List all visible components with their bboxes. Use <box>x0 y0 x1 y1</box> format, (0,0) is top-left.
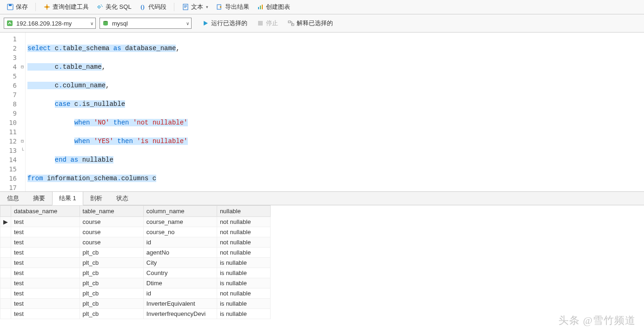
col-column-name[interactable]: column_name <box>143 206 217 217</box>
database-name: mysql <box>112 20 128 27</box>
connection-selector[interactable]: 192.168.209.128-my ∨ <box>4 18 96 29</box>
cell-table-name: course <box>80 217 143 227</box>
explain-button[interactable]: 解释已选择的 <box>285 18 336 28</box>
cell-table-name: plt_cb <box>80 288 143 299</box>
database-selector[interactable]: mysql ∨ <box>100 18 192 29</box>
explain-icon <box>287 20 295 27</box>
table-row[interactable]: testplt_cbagentNonot nullable <box>0 248 271 258</box>
cell-nullable: not nullable <box>217 288 270 299</box>
row-marker-header <box>0 206 11 217</box>
row-marker <box>0 248 11 258</box>
cell-database-name: test <box>11 278 80 288</box>
cell-nullable: not nullable <box>217 248 270 258</box>
row-marker <box>0 258 11 268</box>
col-database-name[interactable]: database_name <box>11 206 80 217</box>
run-icon <box>202 20 209 27</box>
cell-table-name: course <box>80 237 143 248</box>
tab-analyze[interactable]: 剖析 <box>83 191 109 205</box>
cell-nullable: is nullable <box>217 299 270 309</box>
row-marker <box>0 227 11 237</box>
save-label: 保存 <box>16 3 28 11</box>
stop-label: 停止 <box>266 19 278 27</box>
save-button[interactable]: 保存 <box>4 2 31 12</box>
cell-nullable: not nullable <box>217 217 270 227</box>
query-builder-button[interactable]: 查询创建工具 <box>40 2 92 12</box>
dropdown-icon: ▾ <box>206 5 208 9</box>
svg-rect-8 <box>7 20 13 26</box>
svg-rect-10 <box>258 21 263 26</box>
text-button[interactable]: 文本 ▾ <box>179 2 211 12</box>
cell-table-name: plt_cb <box>80 258 143 268</box>
query-builder-label: 查询创建工具 <box>53 3 89 11</box>
tab-status[interactable]: 状态 <box>109 191 135 205</box>
text-label: 文本 <box>191 3 203 11</box>
table-row[interactable]: testplt_cbCityis nullable <box>0 258 271 268</box>
tab-summary[interactable]: 摘要 <box>26 191 52 205</box>
fold-gutter: ⊟ ⊟└ <box>20 33 26 191</box>
row-marker <box>0 268 11 278</box>
tab-result-1[interactable]: 结果 1 <box>52 191 83 205</box>
stop-button[interactable]: 停止 <box>254 18 281 28</box>
cell-database-name: test <box>11 258 80 268</box>
table-row[interactable]: testplt_cbidnot nullable <box>0 288 271 299</box>
sql-code[interactable]: select c.table_schema as database_name, … <box>26 33 644 191</box>
row-marker: ▶ <box>0 217 11 227</box>
export-button[interactable]: 导出结果 <box>213 2 252 12</box>
query-builder-icon <box>43 3 51 11</box>
tab-info[interactable]: 信息 <box>0 191 26 205</box>
cell-database-name: test <box>11 248 80 258</box>
cell-column-name: InverterEquivalent <box>143 299 217 309</box>
row-marker <box>0 299 11 309</box>
svg-rect-7 <box>262 5 263 9</box>
cell-column-name: id <box>143 288 217 299</box>
cell-column-name: InverterfrequencyDevi <box>143 309 217 319</box>
table-row[interactable]: testplt_cbCountryis nullable <box>0 268 271 278</box>
code-snippet-button[interactable]: () 代码段 <box>136 2 169 12</box>
cell-database-name: test <box>11 237 80 248</box>
col-table-name[interactable]: table_name <box>80 206 143 217</box>
beautify-sql-button[interactable]: 美化 SQL <box>93 2 134 12</box>
cell-database-name: test <box>11 309 80 319</box>
cell-column-name: Country <box>143 268 217 278</box>
separator <box>35 3 36 11</box>
snippet-icon: () <box>139 3 146 11</box>
table-row[interactable]: testcoursecourse_nonot nullable <box>0 227 271 237</box>
chart-icon <box>257 3 264 11</box>
cell-nullable: is nullable <box>217 258 270 268</box>
create-chart-button[interactable]: 创建图表 <box>254 2 293 12</box>
cell-database-name: test <box>11 217 80 227</box>
cell-nullable: not nullable <box>217 237 270 248</box>
sql-editor[interactable]: 1234567891011121314151617 ⊟ ⊟└ select c.… <box>0 33 644 192</box>
cell-column-name: City <box>143 258 217 268</box>
table-row[interactable]: testcourseidnot nullable <box>0 237 271 248</box>
result-grid[interactable]: database_name table_name column_name nul… <box>0 205 271 319</box>
cell-database-name: test <box>11 268 80 278</box>
save-icon <box>7 3 14 11</box>
svg-rect-6 <box>260 6 261 9</box>
explain-label: 解释已选择的 <box>297 19 333 27</box>
connection-icon <box>6 20 13 27</box>
connection-toolbar: 192.168.209.128-my ∨ mysql ∨ 运行已选择的 停止 解… <box>0 14 644 33</box>
row-marker <box>0 278 11 288</box>
table-row[interactable]: testplt_cbInverterEquivalentis nullable <box>0 299 271 309</box>
line-gutter: 1234567891011121314151617 <box>0 33 20 191</box>
table-row[interactable]: ▶testcoursecourse_namenot nullable <box>0 217 271 227</box>
text-icon <box>182 3 189 11</box>
cell-nullable: not nullable <box>217 227 270 237</box>
table-row[interactable]: testplt_cbDtimeis nullable <box>0 278 271 288</box>
run-button[interactable]: 运行已选择的 <box>199 18 250 28</box>
row-marker <box>0 237 11 248</box>
cell-nullable: is nullable <box>217 309 270 319</box>
table-row[interactable]: testplt_cbInverterfrequencyDeviis nullab… <box>0 309 271 319</box>
separator <box>174 3 174 11</box>
cell-database-name: test <box>11 299 80 309</box>
cell-table-name: course <box>80 227 143 237</box>
beautify-icon <box>96 3 104 11</box>
cell-table-name: plt_cb <box>80 248 143 258</box>
cell-database-name: test <box>11 288 80 299</box>
col-nullable[interactable]: nullable <box>217 206 270 217</box>
cell-column-name: id <box>143 237 217 248</box>
export-label: 导出结果 <box>225 3 249 11</box>
database-icon <box>102 20 109 27</box>
snippet-label: 代码段 <box>148 3 166 11</box>
